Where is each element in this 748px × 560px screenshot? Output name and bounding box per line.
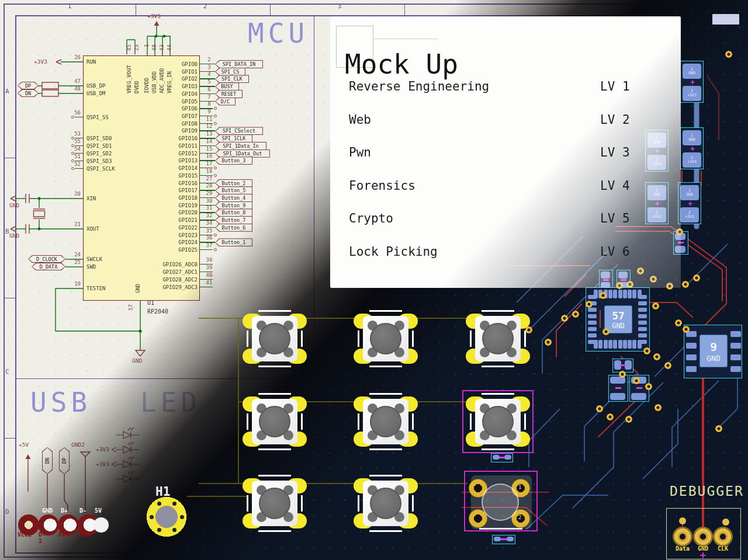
soic-center-pad: 9GND	[699, 335, 728, 367]
challenge-level: LV 3	[600, 145, 630, 159]
button-footprint-ghost[interactable]: 12	[464, 471, 538, 531]
button-footprint[interactable]	[351, 468, 421, 538]
challenge-name: Forensics	[349, 179, 415, 193]
polarity-plus: +	[689, 145, 696, 152]
passive-component[interactable]	[608, 375, 628, 402]
silk-line	[258, 310, 291, 312]
via	[654, 404, 662, 411]
button-footprint[interactable]	[351, 387, 421, 457]
button-footprint[interactable]	[463, 387, 533, 457]
silk-line	[358, 331, 359, 347]
usb-pad-5v[interactable]	[94, 517, 109, 533]
challenge-name: Lock Picking	[349, 245, 438, 259]
qfn-pin	[632, 290, 636, 298]
passive-component[interactable]	[491, 453, 513, 462]
silk-line	[412, 495, 414, 512]
cap-pad-1: 1GND	[683, 130, 701, 145]
challenge-row[interactable]: Lock PickingLV 6	[349, 245, 664, 262]
ghost-pad-number: 1	[518, 484, 521, 490]
challenge-name: Pwn	[349, 145, 371, 159]
challenge-level: LV 1	[600, 79, 630, 93]
button-plunger	[259, 406, 290, 437]
button-plunger	[482, 323, 514, 354]
qfn-pin	[588, 327, 597, 331]
soic-gnd: GND	[707, 354, 720, 363]
usb-pad-ring[interactable]	[38, 514, 59, 535]
drill-dot	[157, 502, 161, 506]
via	[633, 377, 640, 384]
qfn-chip[interactable]: 57GND	[586, 287, 650, 352]
silk-line	[524, 331, 526, 347]
button-plunger	[370, 323, 401, 354]
debugger-pad[interactable]	[693, 527, 713, 547]
soic-pin	[730, 366, 741, 372]
capacitor-footprint[interactable]: 1GND+2+3V3	[678, 182, 701, 224]
qfn-pin	[638, 290, 642, 298]
passive-component[interactable]	[492, 535, 515, 544]
pad	[507, 537, 514, 541]
silk-line	[369, 530, 402, 532]
debugger-pad[interactable]	[713, 527, 733, 547]
silk-line	[369, 366, 402, 367]
pad-net: GND	[688, 138, 695, 142]
qfn-pin	[613, 290, 617, 298]
soic-chip[interactable]: 9GND	[684, 325, 742, 378]
via	[561, 315, 568, 322]
challenge-row[interactable]: WebLV 2	[349, 113, 664, 130]
silk-line	[247, 331, 248, 347]
button-plunger	[482, 406, 514, 437]
challenge-level: LV 5	[600, 211, 630, 225]
usb-pad-ring[interactable]	[58, 514, 79, 535]
debugger-via	[722, 519, 729, 526]
qfn-pin	[594, 290, 598, 298]
qfn-pin	[604, 340, 608, 349]
silk-line	[482, 310, 514, 312]
via	[602, 328, 610, 335]
button-footprint[interactable]	[240, 304, 310, 374]
silk-line	[412, 331, 414, 347]
qfn-pin	[628, 340, 632, 349]
composite-screenshot: MCU USB LED	[0, 0, 748, 560]
debugger-pad[interactable]	[673, 527, 692, 547]
via	[619, 371, 626, 378]
debugger-title: DEBUGGER	[670, 484, 744, 499]
qfn-pin	[632, 340, 636, 349]
challenge-row[interactable]: ForensicsLV 4	[349, 179, 664, 196]
pad	[504, 455, 511, 460]
silk-line	[482, 366, 514, 367]
qfn-pin	[588, 321, 597, 325]
silk-line	[412, 413, 414, 430]
qfn-pin	[638, 327, 647, 331]
mounting-hole-h1[interactable]	[146, 496, 187, 537]
challenge-row[interactable]: Reverse EngineeringLV 1	[349, 79, 664, 97]
soic-pin	[730, 331, 741, 337]
silk-line	[247, 413, 248, 430]
debugger-pad-label: CLK	[711, 545, 735, 552]
challenge-row[interactable]: CryptoLV 5	[349, 211, 664, 229]
button-footprint[interactable]	[240, 387, 310, 457]
capacitor-footprint[interactable]: 1GND+2+3V3	[680, 127, 704, 169]
button-footprint[interactable]	[463, 304, 533, 374]
silk-line	[258, 475, 291, 476]
via	[643, 347, 650, 354]
silk-line	[258, 393, 291, 395]
via	[725, 51, 732, 58]
silk-line	[369, 310, 402, 312]
polarity-mark	[499, 457, 505, 458]
button-footprint[interactable]	[240, 468, 310, 538]
qfn-pin	[638, 314, 647, 318]
soic-pin	[686, 354, 697, 360]
silk-line	[369, 393, 402, 395]
silk-line	[524, 413, 526, 430]
capacitor-footprint[interactable]: 1GND+2+3V3	[680, 61, 704, 103]
ghost-plunger	[482, 484, 519, 521]
drill-dot	[180, 515, 184, 519]
qfn-pin	[638, 333, 647, 338]
challenge-row[interactable]: PwnLV 3	[349, 145, 664, 163]
pad	[610, 393, 625, 400]
drill-dot	[150, 515, 154, 519]
usb-pad-vcc1[interactable]	[18, 514, 39, 535]
drill-dot	[157, 528, 161, 532]
button-footprint[interactable]	[351, 304, 421, 374]
pad-net: GND	[686, 193, 693, 197]
